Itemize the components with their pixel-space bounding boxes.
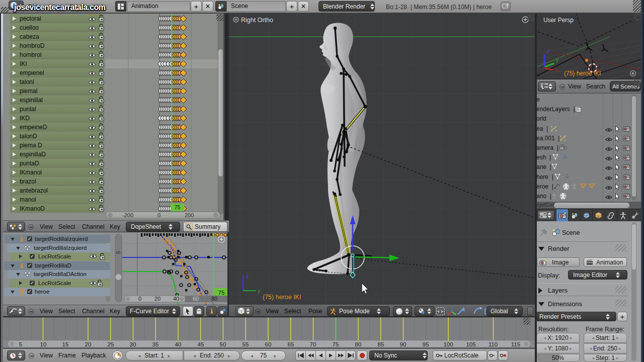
svg-text:75: 75: [218, 290, 225, 296]
svg-text:35: 35: [152, 341, 159, 347]
svg-text:90: 90: [400, 341, 407, 347]
svg-text:105: 105: [466, 341, 475, 347]
svg-text:10: 10: [40, 341, 47, 347]
svg-text:30: 30: [130, 341, 136, 347]
svg-text:40: 40: [173, 296, 179, 302]
svg-text:60: 60: [265, 341, 272, 347]
svg-text:15: 15: [62, 341, 69, 347]
svg-text:Right Ortho: Right Ortho: [241, 17, 273, 24]
svg-text:50: 50: [220, 341, 226, 347]
svg-text:40: 40: [175, 341, 182, 347]
svg-text:110: 110: [489, 341, 498, 347]
svg-text:25: 25: [108, 341, 114, 347]
svg-text:65: 65: [288, 341, 294, 347]
svg-text:20: 20: [85, 341, 92, 347]
svg-text:60: 60: [193, 296, 199, 302]
svg-text:55: 55: [243, 341, 249, 347]
svg-text:y: y: [258, 288, 261, 294]
svg-text:(75) heroe IKI: (75) heroe IKI: [263, 294, 301, 301]
svg-text:80: 80: [211, 296, 217, 302]
svg-text:80: 80: [355, 341, 362, 347]
svg-text:z: z: [246, 273, 249, 279]
svg-text:5: 5: [19, 341, 22, 347]
svg-text:y: y: [556, 57, 558, 63]
svg-text:x: x: [555, 67, 558, 73]
svg-text:95: 95: [423, 341, 429, 347]
svg-text:z: z: [547, 49, 549, 54]
svg-text:User Persp: User Persp: [543, 17, 574, 24]
svg-text:100: 100: [443, 341, 453, 347]
svg-text:70: 70: [310, 341, 316, 347]
svg-text:20: 20: [154, 296, 160, 302]
svg-text:75: 75: [333, 341, 339, 347]
svg-text:(75) heroe IKI: (75) heroe IKI: [564, 70, 601, 77]
svg-text:45: 45: [198, 341, 204, 347]
svg-text:85: 85: [378, 341, 384, 347]
svg-text:5: 5: [116, 251, 121, 254]
svg-text:0: 0: [138, 296, 141, 302]
svg-text:115: 115: [511, 341, 520, 347]
